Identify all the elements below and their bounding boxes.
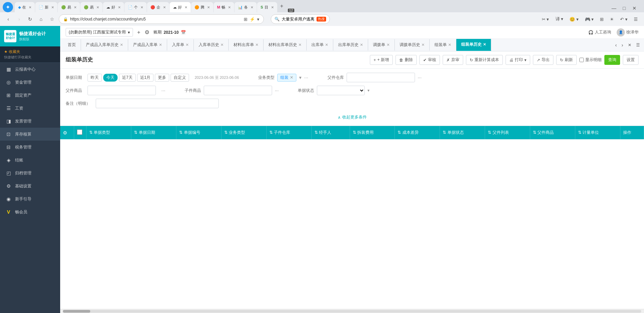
tab-adjust-hist[interactable]: 调拨单历史 ✕ (395, 39, 430, 51)
scroll-thumb[interactable] (63, 310, 90, 313)
tab-close-mat-out-hist[interactable]: ✕ (298, 43, 301, 47)
tab-close-out[interactable]: ✕ (325, 43, 328, 47)
table-gear-header[interactable]: ⚙ (60, 126, 74, 139)
table-check-header[interactable] (74, 126, 86, 139)
address-bar[interactable]: 🔒 https://cloud.chanjet.com/accounting/u… (59, 14, 264, 24)
tab-prod-in-hist[interactable]: 产成品入库单历史 ✕ (81, 39, 128, 51)
tab-out-hist[interactable]: 出库单历史 ✕ (333, 39, 368, 51)
sidebar-item-fund-mgmt[interactable]: ◎ 资金管理 (0, 76, 60, 89)
tab-close-8[interactable]: ✕ (185, 5, 187, 9)
grid-icon[interactable]: ⊞ (244, 17, 247, 22)
sidebar-item-archive-mgmt[interactable]: ◰ 归档管理 (0, 167, 60, 180)
col-handler[interactable]: ⇅ 经手人 (311, 126, 350, 139)
tab-assemble-hist[interactable]: 组装单历史 ✕ (456, 39, 491, 51)
tab-close-9[interactable]: ✕ (207, 5, 210, 9)
minimize-button[interactable]: — (610, 4, 618, 12)
scissors-icon[interactable]: ✂ ▾ (540, 17, 551, 22)
tab-assemble[interactable]: 组装单 ✕ (430, 39, 456, 51)
order-status-select[interactable] (317, 86, 365, 95)
show-detail-checkbox[interactable] (579, 58, 584, 62)
tab-close-out-hist[interactable]: ✕ (360, 43, 363, 47)
tab-close-in-hist[interactable]: ✕ (220, 43, 224, 47)
tab-close-6[interactable]: ✕ (140, 5, 143, 9)
tab-close-prod-in[interactable]: ✕ (159, 43, 162, 47)
parent-goods-more[interactable]: ··· (161, 88, 165, 93)
col-parent-goods[interactable]: ⇅ 父件商品 (530, 126, 575, 139)
tab-close-in[interactable]: ✕ (186, 43, 189, 47)
menu-icon[interactable]: ☰ (632, 17, 640, 22)
col-unit[interactable]: ⇅ 计量单位 (575, 126, 620, 139)
tab-close-2[interactable]: ✕ (51, 5, 54, 9)
abandon-button[interactable]: ✗ 弃审 (443, 55, 463, 65)
customer-service-button[interactable]: 🎧 人工咨询 (588, 29, 611, 35)
sidebar-item-settlement[interactable]: ◈ 结账 (0, 154, 60, 167)
col-number[interactable]: ⇅ 单据编号 (176, 126, 222, 139)
query-button[interactable]: 查询 (604, 55, 620, 65)
tab-mat-out[interactable]: 材料出库单 ✕ (229, 39, 264, 51)
tab-close-5[interactable]: ✕ (118, 5, 121, 9)
col-disassemble-cost[interactable]: ⇅ 拆装费用 (350, 126, 395, 139)
business-type-dropdown[interactable]: ▾ (299, 75, 301, 80)
gear-icon[interactable]: ⚙ (63, 130, 67, 136)
tab-in-hist[interactable]: 入库单历史 ✕ (194, 39, 229, 51)
tab-out[interactable]: 出库单 ✕ (307, 39, 333, 51)
browser-tab-4[interactable]: 🟢 易 ✕ (80, 2, 103, 12)
browser-tab-9[interactable]: 🟠 腾 ✕ (191, 2, 213, 12)
approve-button[interactable]: ✔ 审核 (419, 55, 440, 65)
sidebar-item-basic-settings[interactable]: ⚙ 基础设置 (0, 180, 60, 193)
settings-button[interactable]: 设置 (623, 55, 639, 65)
delete-button[interactable]: 🗑 删除 (395, 55, 417, 65)
horizontal-scrollbar[interactable] (60, 309, 644, 313)
company-selector[interactable]: (勿删勿禁用) 江西服宝测试专用 ▾ (66, 28, 133, 37)
tab-scroll-right-button[interactable]: › (619, 41, 625, 49)
tab-home[interactable]: 首页 (63, 39, 81, 51)
tab-close-3[interactable]: ✕ (74, 5, 77, 9)
sidebar-item-guide[interactable]: ◉ 新手引导 (0, 193, 60, 205)
dropdown-arrow-icon[interactable]: ▾ (257, 17, 259, 22)
child-goods-input[interactable] (204, 86, 272, 95)
sidebar-item-tax-mgmt[interactable]: ⊟ 税务管理 (0, 141, 60, 154)
lightning-icon[interactable]: ⚡ (250, 17, 255, 22)
print-button[interactable]: 🖨 打印 ▾ (506, 55, 530, 65)
maximize-button[interactable]: □ (620, 4, 628, 12)
browser-tab-12[interactable]: S 目 ✕ (257, 2, 277, 12)
period-calendar-icon[interactable]: 📅 (181, 30, 186, 35)
tab-in[interactable]: 入库单 ✕ (167, 39, 194, 51)
sidebar-item-cloud-report[interactable]: ▦ 云报表中心 (0, 63, 60, 76)
date-btn-1month[interactable]: 近1月 (137, 74, 154, 82)
sidebar-item-inventory[interactable]: ⊡ 库存核算 (0, 128, 60, 141)
browser-tab-8[interactable]: ☁ 好 ✕ (170, 2, 191, 12)
date-btn-today[interactable]: 今天 (103, 74, 118, 82)
parent-warehouse-more[interactable]: ··· (418, 75, 422, 80)
notes-input[interactable] (96, 99, 219, 108)
tab-close-assemble[interactable]: ✕ (448, 43, 451, 47)
browser-tab-2[interactable]: 📄 新 ✕ (35, 2, 57, 12)
grid-view-icon[interactable]: ⊞ (598, 17, 606, 22)
child-goods-more[interactable]: ··· (275, 88, 279, 93)
tab-close-mat-out[interactable]: ✕ (255, 43, 258, 47)
close-tab-button[interactable]: ✕ (626, 41, 633, 49)
col-date[interactable]: ⇅ 单据日期 (131, 126, 176, 139)
forward-button[interactable]: › (15, 15, 23, 23)
collapse-button[interactable]: ∧ 收起更多条件 (66, 113, 639, 122)
game-icon[interactable]: 🎮 ▾ (583, 17, 596, 22)
browser-tab-7[interactable]: 🔴 企 ✕ (147, 2, 169, 12)
translate-icon[interactable]: 译 ▾ (553, 16, 566, 22)
tab-close-adjust[interactable]: ✕ (387, 43, 390, 47)
settings-company-button[interactable]: ⚙ (145, 29, 149, 35)
parent-warehouse-input[interactable] (347, 73, 415, 82)
sidebar-item-invoice-mgmt[interactable]: ◨ 发票管理 (0, 115, 60, 128)
export-button[interactable]: ↗ 导出 (533, 55, 553, 65)
tab-close-assemble-hist[interactable]: ✕ (483, 42, 486, 47)
recalculate-button[interactable]: ↻ 重新计算成本 (466, 55, 503, 65)
back-button[interactable]: ‹ (4, 15, 12, 23)
date-btn-yesterday[interactable]: 昨天 (88, 74, 102, 82)
tab-menu-button[interactable]: ☰ (634, 41, 642, 49)
refresh-button[interactable]: ↻ 刷新 (556, 55, 577, 65)
sidebar-item-payroll[interactable]: ☰ 工资 (0, 102, 60, 115)
sidebar-item-membership[interactable]: V 畅会员 (0, 205, 60, 218)
tab-close-10[interactable]: ✕ (228, 5, 231, 9)
col-cost-diff[interactable]: ⇅ 成本差异 (395, 126, 440, 139)
business-type-tag-close[interactable]: ✕ (290, 75, 293, 80)
close-button[interactable]: ✕ (630, 4, 639, 12)
